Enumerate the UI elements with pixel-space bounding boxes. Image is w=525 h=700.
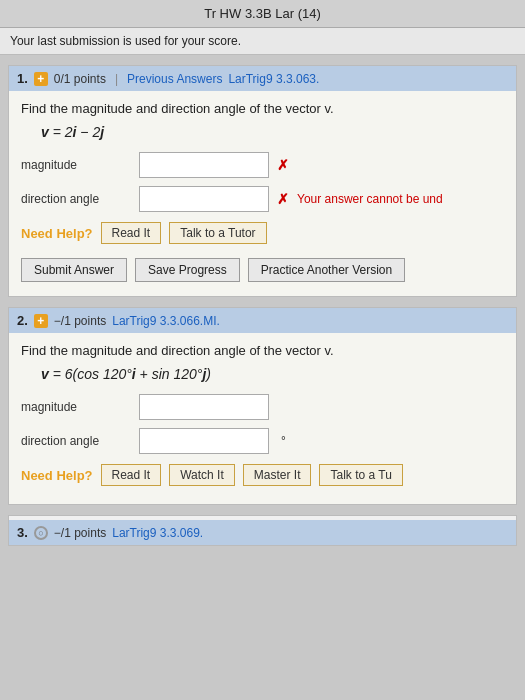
need-help-label-q2: Need Help? (21, 468, 93, 483)
talk-to-tutor-button-q2[interactable]: Talk to a Tu (319, 464, 402, 486)
plus-icon-q1: + (34, 72, 48, 86)
question-1-number: 1. (17, 71, 28, 86)
direction-angle-error-icon-q1: ✗ (277, 191, 289, 207)
watch-it-button-q2[interactable]: Watch It (169, 464, 235, 486)
question-2-body: Find the magnitude and direction angle o… (9, 333, 516, 504)
deg-symbol-q2: ° (281, 434, 286, 448)
need-help-label-q1: Need Help? (21, 226, 93, 241)
title-text: Tr HW 3.3B Lar (14) (204, 6, 321, 21)
direction-angle-error-msg-q1: Your answer cannot be und (297, 192, 443, 206)
question-1-header: 1. + 0/1 points | Previous Answers LarTr… (9, 66, 516, 91)
ref-link-q1[interactable]: LarTrig9 3.3.063. (228, 72, 319, 86)
magnitude-row-q2: magnitude (21, 394, 504, 420)
question-2-number: 2. (17, 313, 28, 328)
question-2-block: 2. + −/1 points LarTrig9 3.3.066.MI. Fin… (8, 307, 517, 505)
question-2-points: −/1 points (54, 314, 106, 328)
master-it-button-q2[interactable]: Master It (243, 464, 312, 486)
question-1-math: v = 2i − 2j (41, 124, 504, 140)
magnitude-input-q2[interactable] (139, 394, 269, 420)
question-1-body: Find the magnitude and direction angle o… (9, 91, 516, 296)
read-it-button-q2[interactable]: Read It (101, 464, 162, 486)
ref-link-q3[interactable]: LarTrig9 3.3.069. (112, 526, 203, 540)
title-bar: Tr HW 3.3B Lar (14) (0, 0, 525, 28)
read-it-button-q1[interactable]: Read It (101, 222, 162, 244)
question-2-math: v = 6(cos 120°i + sin 120°j) (41, 366, 504, 382)
action-row-q1: Submit Answer Save Progress Practice Ano… (21, 252, 504, 286)
prev-answers-link-q1[interactable]: Previous Answers (127, 72, 222, 86)
magnitude-row-q1: magnitude ✗ (21, 152, 504, 178)
magnitude-label-q2: magnitude (21, 400, 131, 414)
question-3-block: 3. ○ −/1 points LarTrig9 3.3.069. (8, 515, 517, 546)
submission-note: Your last submission is used for your sc… (0, 28, 525, 55)
direction-angle-input-q2[interactable] (139, 428, 269, 454)
magnitude-input-q1[interactable] (139, 152, 269, 178)
separator-q1: | (115, 72, 118, 86)
submission-note-text: Your last submission is used for your sc… (10, 34, 241, 48)
ref-link-q2[interactable]: LarTrig9 3.3.066.MI. (112, 314, 220, 328)
question-1-text: Find the magnitude and direction angle o… (21, 101, 504, 116)
direction-angle-label-q1: direction angle (21, 192, 131, 206)
submit-answer-button-q1[interactable]: Submit Answer (21, 258, 127, 282)
need-help-row-q1: Need Help? Read It Talk to a Tutor (21, 222, 504, 244)
direction-angle-label-q2: direction angle (21, 434, 131, 448)
direction-angle-row-q2: direction angle ° (21, 428, 504, 454)
save-progress-button-q1[interactable]: Save Progress (135, 258, 240, 282)
need-help-row-q2: Need Help? Read It Watch It Master It Ta… (21, 464, 504, 486)
talk-to-tutor-button-q1[interactable]: Talk to a Tutor (169, 222, 266, 244)
direction-angle-input-q1[interactable] (139, 186, 269, 212)
question-2-header: 2. + −/1 points LarTrig9 3.3.066.MI. (9, 308, 516, 333)
circle-icon-q3: ○ (34, 526, 48, 540)
direction-angle-row-q1: direction angle ✗ Your answer cannot be … (21, 186, 504, 212)
question-2-text: Find the magnitude and direction angle o… (21, 343, 504, 358)
plus-icon-q2: + (34, 314, 48, 328)
magnitude-error-icon-q1: ✗ (277, 157, 289, 173)
question-3-number: 3. (17, 525, 28, 540)
question-1-points: 0/1 points (54, 72, 106, 86)
question-3-points: −/1 points (54, 526, 106, 540)
question-3-header: 3. ○ −/1 points LarTrig9 3.3.069. (9, 520, 516, 545)
question-1-block: 1. + 0/1 points | Previous Answers LarTr… (8, 65, 517, 297)
magnitude-label-q1: magnitude (21, 158, 131, 172)
practice-another-version-button-q1[interactable]: Practice Another Version (248, 258, 405, 282)
